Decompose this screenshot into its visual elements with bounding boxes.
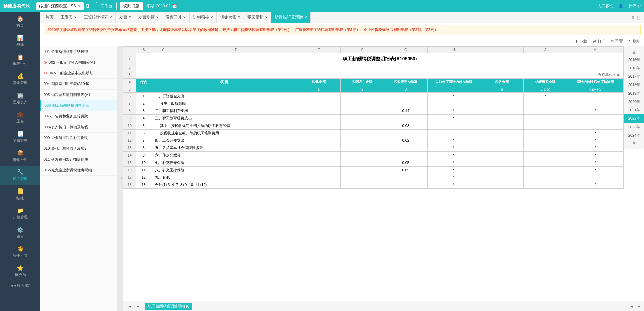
r4-c1[interactable] (297, 114, 340, 122)
r1-item[interactable]: 一、工资薪金支出 (151, 92, 297, 100)
workspace-button[interactable]: 工作台 (96, 2, 117, 10)
r7-c2[interactable] (340, 137, 384, 144)
calendar-icon[interactable]: 📅 (172, 4, 177, 8)
r7-item[interactable]: 四、工会经费支出 (151, 137, 297, 144)
r7-c4[interactable]: * (428, 137, 480, 144)
r6-c4[interactable] (428, 129, 480, 137)
sidebar-item-ledger[interactable]: 📊 总账 (0, 31, 40, 50)
year-2015[interactable]: 2015年 (624, 56, 644, 64)
r13-c7[interactable]: * (567, 181, 623, 188)
tab-invoice-issue-close[interactable]: ✕ (183, 15, 186, 19)
r6-item[interactable]: 按税收规定全额扣除的职工培训费用 (151, 129, 297, 137)
sidebar-item-guide[interactable]: 👋 新手引导 (0, 242, 40, 262)
r11-c7[interactable]: * (567, 166, 623, 174)
r3-c7[interactable]: * (567, 107, 623, 114)
sheet-scroll-left[interactable]: ◄ (630, 304, 634, 308)
r1-c6[interactable]: * (523, 92, 567, 100)
company-selector[interactable]: (勿删) 江西税宝-LSS ▼ (36, 2, 84, 10)
sidebar-item-settings[interactable]: ⚙️ 设置 (0, 223, 40, 242)
r13-item[interactable]: 合计(1+3+4+7+8+9+10+11+12) (151, 181, 297, 188)
refresh-button[interactable]: ↻ 刷新 (628, 39, 641, 44)
r11-num[interactable]: 11 (136, 166, 151, 174)
r1-c1[interactable] (297, 92, 340, 100)
r1-c7[interactable] (567, 92, 623, 100)
sidebar-item-member[interactable]: ⭐ 畅会员 (0, 262, 40, 281)
r5-num[interactable]: 5 (136, 122, 151, 129)
form-item-012[interactable]: 012-减免企业所得税优惠明细... (40, 165, 117, 176)
r4-c2[interactable] (340, 114, 384, 122)
collapse-handle[interactable]: 《 (118, 46, 123, 311)
r1-c4[interactable]: * (428, 92, 480, 100)
r13-c3[interactable] (384, 181, 428, 188)
r9-c7[interactable]: * (567, 151, 623, 159)
tab-tax-table[interactable]: 税表清册✕ (244, 12, 271, 23)
tab-invoice-close[interactable]: ✕ (129, 15, 131, 19)
r5-c6[interactable] (523, 122, 567, 129)
r9-c3[interactable] (384, 151, 428, 159)
r12-item[interactable]: 九、其他 (151, 174, 297, 181)
tab-payroll[interactable]: 工资表✕ (57, 12, 80, 23)
year-nav-down[interactable]: ▼ (632, 140, 637, 147)
r7-c7[interactable]: * (567, 137, 623, 144)
r13-num[interactable]: 13 (136, 181, 151, 188)
tab-sales-audit-close[interactable]: ✕ (210, 15, 213, 19)
sheet-options-icon[interactable]: ⋮ (623, 304, 626, 308)
spreadsheet-scroll[interactable]: B C D E F G H I J K (123, 46, 644, 301)
r12-c5[interactable] (480, 174, 523, 181)
reset-button[interactable]: ↺ 重置 (611, 39, 623, 44)
r2-c6[interactable] (523, 100, 567, 107)
r3-c2[interactable] (340, 107, 384, 114)
r11-c5[interactable] (480, 166, 523, 174)
old-version-button[interactable]: 切到旧版 (120, 2, 143, 10)
sheet-nav-left[interactable]: ◄ (126, 304, 133, 309)
year-2017[interactable]: 2017年 (624, 72, 644, 81)
r4-c4[interactable]: * (428, 114, 480, 122)
year-2021[interactable]: 2021年 (624, 106, 644, 114)
tabs-close-all[interactable]: ✕ (631, 15, 635, 20)
r6-c6[interactable] (523, 129, 567, 137)
r10-c4[interactable]: * (428, 159, 480, 166)
r8-item[interactable]: 五、各类基本社会保障性缴款 (151, 144, 297, 151)
r6-c5[interactable] (480, 129, 523, 137)
form-item-001[interactable]: 001-企业所得税年度纳税申... (40, 46, 117, 57)
r10-item[interactable]: 七、补充养老保险 (151, 159, 297, 166)
r12-c6[interactable] (523, 174, 567, 181)
tab-tax-table-close[interactable]: ✕ (265, 15, 268, 19)
year-2024[interactable]: 2024年 (624, 131, 644, 140)
r1-c5[interactable] (480, 92, 523, 100)
r1-c3[interactable] (384, 92, 428, 100)
r2-item[interactable]: 其中：股权激励 (151, 100, 297, 107)
r2-c2[interactable] (340, 100, 384, 107)
r3-c4[interactable]: * (428, 107, 480, 114)
r6-c7[interactable]: * (567, 129, 623, 137)
tab-payroll-stats-close[interactable]: ✕ (109, 15, 112, 19)
r3-c6[interactable] (523, 107, 567, 114)
r12-num[interactable]: 12 (136, 174, 151, 181)
tab-home[interactable]: 首页 (42, 12, 57, 23)
year-2022[interactable]: 2022年 (624, 114, 644, 123)
r3-item[interactable]: 二、职工福利费支出 (151, 107, 297, 114)
r7-c3[interactable]: 0.02 (384, 137, 428, 144)
r12-c1[interactable] (297, 174, 340, 181)
r11-c6[interactable] (523, 166, 567, 174)
sidebar-item-home[interactable]: 🏠 首页 (0, 12, 40, 31)
sidebar-item-archive[interactable]: 📁 归档管理 (0, 204, 40, 223)
r6-c3[interactable]: 1 (384, 129, 428, 137)
r3-c1[interactable] (297, 107, 340, 114)
r8-c5[interactable] (480, 144, 523, 151)
form-item-005[interactable]: 005-纳税调整项目明细表(A1... (40, 90, 117, 100)
r11-item[interactable]: 八、补充医疗保险 (151, 166, 297, 174)
r3-c5[interactable] (480, 107, 523, 114)
r2-c3[interactable] (384, 100, 428, 107)
r4-num[interactable]: 4 (136, 114, 151, 122)
r7-c5[interactable] (480, 137, 523, 144)
form-item-007[interactable]: 007-广告费和业务宣传费跨... (40, 111, 117, 122)
r4-c7[interactable] (567, 114, 623, 122)
r4-c5[interactable] (480, 114, 523, 122)
sidebar-item-closing[interactable]: 📒 结账 (0, 185, 40, 204)
r8-c2[interactable] (340, 144, 384, 151)
tabs-maximize[interactable]: ⊡ (637, 15, 641, 20)
form-item-002[interactable]: ⊗ 002-一般企业收入明细表(A1... (40, 57, 117, 68)
r9-c5[interactable] (480, 151, 523, 159)
r7-num[interactable]: 7 (136, 137, 151, 144)
